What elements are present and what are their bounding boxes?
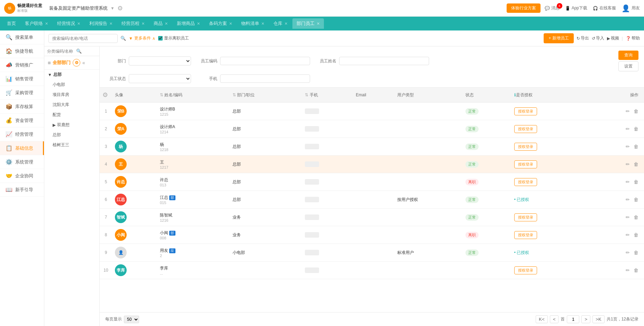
page-number-input[interactable] <box>567 315 579 323</box>
edit-btn[interactable]: ✏ <box>624 143 631 150</box>
dept-item-shuanglu[interactable]: ▶ 双鹿想 <box>44 120 99 130</box>
message-group[interactable]: 💬 消息 6 <box>545 5 560 11</box>
dept-item-peihuo[interactable]: 配货 <box>44 110 99 120</box>
edit-btn[interactable]: ✏ <box>624 196 631 203</box>
filter-phone-input[interactable] <box>220 74 310 83</box>
sidebar-item-search[interactable]: 🔍 搜索菜单 <box>0 30 44 44</box>
sidebar-item-system[interactable]: ⚙️ 系统管理 <box>0 155 44 169</box>
dept-item-zhishu[interactable]: 植树王三 <box>44 140 99 150</box>
online-service-group[interactable]: 🎧 在线客服 <box>593 5 616 11</box>
auth-btn[interactable]: 授权登录 <box>514 107 537 115</box>
experience-btn[interactable]: 体验行业方案 <box>507 3 541 13</box>
next-page-btn[interactable]: > <box>581 315 590 323</box>
filter-empname-input[interactable] <box>339 57 429 65</box>
last-page-btn[interactable]: >K <box>592 315 605 323</box>
col-settings-icon[interactable]: ⚙ <box>102 91 108 98</box>
tab-home[interactable]: 首页 <box>3 18 20 29</box>
tab-customer[interactable]: 客户联络 ✕ <box>21 18 52 29</box>
auth-btn[interactable]: 授权登录 <box>514 266 537 274</box>
delete-btn[interactable]: 🗑 <box>632 249 640 256</box>
dept-item-project[interactable]: 项目库房 <box>44 90 99 100</box>
sidebar-item-purchase[interactable]: 🛒 采购管理 <box>0 86 44 100</box>
tab-history-close[interactable]: ✕ <box>142 21 145 26</box>
delete-btn[interactable]: 🗑 <box>632 125 640 132</box>
sidebar-item-operation[interactable]: 📈 经营管理 <box>0 127 44 141</box>
dept-search-input[interactable] <box>47 49 75 54</box>
delete-btn[interactable]: 🗑 <box>632 214 640 221</box>
export-btn[interactable]: ↻ 导出 <box>577 35 589 41</box>
auth-btn[interactable]: 授权登录 <box>514 160 537 168</box>
tab-goods-close[interactable]: ✕ <box>165 21 168 26</box>
tab-goods[interactable]: 商品 ✕ <box>149 18 172 29</box>
edit-btn[interactable]: ✏ <box>624 108 631 115</box>
system-dropdown-icon[interactable]: ▼ <box>110 6 115 11</box>
tab-bom-close[interactable]: ✕ <box>261 21 264 26</box>
add-employee-btn[interactable]: + 新增员工 <box>544 33 573 43</box>
auth-btn[interactable]: 授权登录 <box>514 178 537 186</box>
sidebar-item-finance[interactable]: 💰 资金管理 <box>0 114 44 127</box>
tab-department[interactable]: 部门员工 ✕ <box>292 18 324 29</box>
sidebar-item-basic[interactable]: 📋 基础信息 <box>0 141 44 155</box>
tab-history[interactable]: 经营历程 ✕ <box>117 18 149 29</box>
tab-department-close[interactable]: ✕ <box>317 21 320 26</box>
tab-new-goods[interactable]: 新增商品 ✕ <box>173 18 204 29</box>
show-resigned-checkbox[interactable] <box>158 36 163 41</box>
dept-tree-root[interactable]: ▼ 总部 <box>44 70 99 80</box>
prev-page-btn[interactable]: < <box>550 315 559 323</box>
dept-item-xiaodian[interactable]: 小电部 <box>44 80 99 90</box>
tab-operation-close[interactable]: ✕ <box>77 21 80 26</box>
tab-bom[interactable]: 物料清单 ✕ <box>237 18 269 29</box>
reset-btn[interactable]: 设置 <box>618 61 638 71</box>
per-page-select[interactable]: 50 <box>124 316 139 323</box>
edit-btn[interactable]: ✏ <box>624 178 631 185</box>
tab-barcode[interactable]: 条码方案 ✕ <box>205 18 236 29</box>
sidebar-item-marketing[interactable]: 📣 营销推广 <box>0 58 44 72</box>
delete-btn[interactable]: 🗑 <box>632 108 640 115</box>
auth-btn[interactable]: 授权登录 <box>514 231 537 239</box>
edit-btn[interactable]: ✏ <box>624 231 631 238</box>
dept-settings-btn[interactable]: ⚙ <box>73 59 80 67</box>
help-btn[interactable]: ❓ 帮助 <box>626 35 640 41</box>
tab-warehouse[interactable]: 仓库 ✕ <box>269 18 292 29</box>
first-page-btn[interactable]: K< <box>536 315 548 323</box>
edit-btn[interactable]: ✏ <box>624 267 631 274</box>
filter-status-select[interactable] <box>129 74 191 83</box>
tab-new-goods-close[interactable]: ✕ <box>197 21 200 26</box>
auth-btn[interactable]: 授权登录 <box>514 143 537 151</box>
query-btn[interactable]: 查询 <box>618 51 638 60</box>
search-input[interactable] <box>48 34 118 43</box>
dept-item-zongbu[interactable]: 总部 <box>44 130 99 140</box>
edit-btn[interactable]: ✏ <box>624 214 631 221</box>
import-btn[interactable]: ↺ 导入 <box>592 35 604 41</box>
user-info[interactable]: 👤 用友 <box>622 4 640 12</box>
delete-btn[interactable]: 🗑 <box>632 267 640 274</box>
sidebar-item-inventory[interactable]: 📦 库存核算 <box>0 100 44 114</box>
dept-collapse-btn[interactable]: « <box>82 60 85 65</box>
filter-dept-select[interactable] <box>129 56 191 65</box>
delete-btn[interactable]: 🗑 <box>632 178 640 185</box>
delete-btn[interactable]: 🗑 <box>632 161 640 168</box>
delete-btn[interactable]: 🗑 <box>632 196 640 203</box>
auth-btn[interactable]: 授权登录 <box>514 125 537 133</box>
sidebar-item-guide[interactable]: 📖 新手引导 <box>0 183 44 197</box>
sidebar-item-home[interactable]: 🏠 快捷导航 <box>0 44 44 58</box>
app-download-group[interactable]: 📱 App下载 <box>565 5 587 11</box>
tab-profit[interactable]: 利润报告 ✕ <box>85 18 117 29</box>
tab-profit-close[interactable]: ✕ <box>109 21 112 26</box>
dept-search-icon[interactable]: 🔍 <box>76 49 82 54</box>
delete-btn[interactable]: 🗑 <box>632 231 640 238</box>
auth-btn[interactable]: 授权登录 <box>514 213 537 221</box>
filter-empcode-input[interactable] <box>220 57 310 65</box>
settings-icon[interactable]: ⚙ <box>117 5 123 12</box>
view-btn[interactable]: ▶ 视频 <box>607 35 619 41</box>
show-resigned-label[interactable]: 显示离职员工 <box>158 35 189 41</box>
tab-customer-close[interactable]: ✕ <box>45 21 48 26</box>
tab-operation[interactable]: 经营情况 ✕ <box>53 18 84 29</box>
delete-btn[interactable]: 🗑 <box>632 143 640 150</box>
sidebar-item-collab[interactable]: 🤝 企业协同 <box>0 169 44 183</box>
more-conditions-btn[interactable]: ▼ 更多条件 ∧ <box>129 35 155 41</box>
sidebar-item-sales[interactable]: 📊 销售管理 <box>0 72 44 86</box>
search-icon-btn[interactable]: 🔍 <box>120 36 126 41</box>
dept-item-shenyang[interactable]: 沈阳大库 <box>44 100 99 110</box>
tab-barcode-close[interactable]: ✕ <box>229 21 232 26</box>
